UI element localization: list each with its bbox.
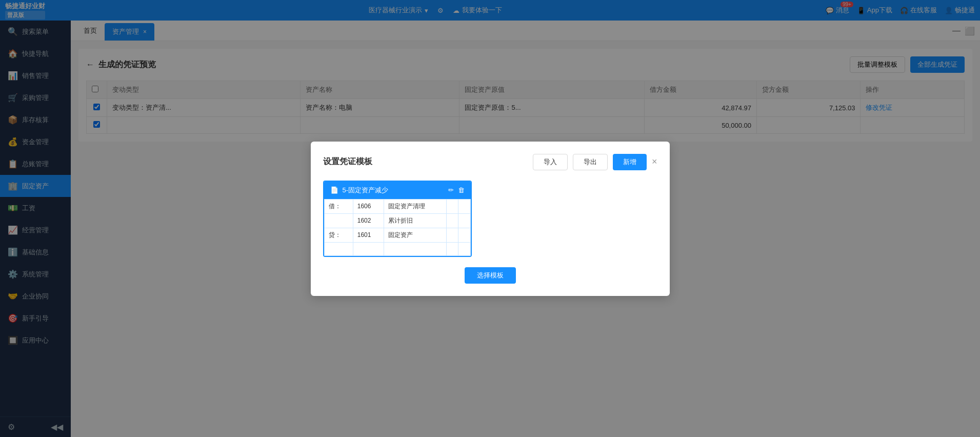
- entry-col4: [458, 228, 470, 242]
- entry-code: 1602: [353, 213, 384, 228]
- template-entry-row: 借： 1606 固定资产清理: [324, 199, 470, 213]
- entry-direction: [324, 242, 353, 255]
- export-button[interactable]: 导出: [573, 154, 608, 170]
- entry-name: 累计折旧: [384, 213, 446, 228]
- edit-icon[interactable]: ✏: [448, 186, 454, 194]
- modal-title: 设置凭证模板: [323, 156, 372, 167]
- template-card-header: 📄 5-固定资产减少 ✏ 🗑: [324, 182, 471, 199]
- template-entries-table: 借： 1606 固定资产清理 1602 累计折旧 贷：: [324, 199, 471, 256]
- entry-direction: [324, 213, 353, 228]
- template-card-header-actions: ✏ 🗑: [448, 186, 465, 194]
- template-card: 📄 5-固定资产减少 ✏ 🗑 借： 1606 固定资产清理: [323, 181, 472, 257]
- entry-code: [353, 242, 384, 255]
- entry-name: 固定资产清理: [384, 199, 446, 213]
- template-entry-row: [324, 242, 470, 255]
- entry-direction: 贷：: [324, 228, 353, 242]
- modal-header: 设置凭证模板 导入 导出 新增 ×: [323, 154, 657, 170]
- modal-actions: 导入 导出 新增: [533, 154, 647, 170]
- template-name: 5-固定资产减少: [343, 186, 389, 195]
- select-template-button[interactable]: 选择模板: [465, 267, 516, 284]
- entry-code: 1606: [353, 199, 384, 213]
- entry-name: 固定资产: [384, 228, 446, 242]
- template-entry-row: 1602 累计折旧: [324, 213, 470, 228]
- entry-name: [384, 242, 446, 255]
- template-entry-row: 贷： 1601 固定资产: [324, 228, 470, 242]
- entry-code: 1601: [353, 228, 384, 242]
- modal-dialog: 设置凭证模板 导入 导出 新增 × 📄 5-固定资产减少 ✏ 🗑: [311, 142, 670, 296]
- entry-col4: [458, 242, 470, 255]
- new-button[interactable]: 新增: [613, 154, 647, 170]
- entry-col3: [446, 199, 458, 213]
- close-icon[interactable]: ×: [652, 156, 657, 167]
- entry-col3: [446, 242, 458, 255]
- import-button[interactable]: 导入: [533, 154, 568, 170]
- modal-overlay: 设置凭证模板 导入 导出 新增 × 📄 5-固定资产减少 ✏ 🗑: [0, 0, 980, 437]
- entry-col4: [458, 213, 470, 228]
- entry-direction: 借：: [324, 199, 353, 213]
- delete-icon[interactable]: 🗑: [458, 186, 465, 194]
- entry-col3: [446, 213, 458, 228]
- entry-col3: [446, 228, 458, 242]
- template-icon: 📄: [330, 186, 338, 194]
- entry-col4: [458, 199, 470, 213]
- template-card-header-left: 📄 5-固定资产减少: [330, 186, 389, 195]
